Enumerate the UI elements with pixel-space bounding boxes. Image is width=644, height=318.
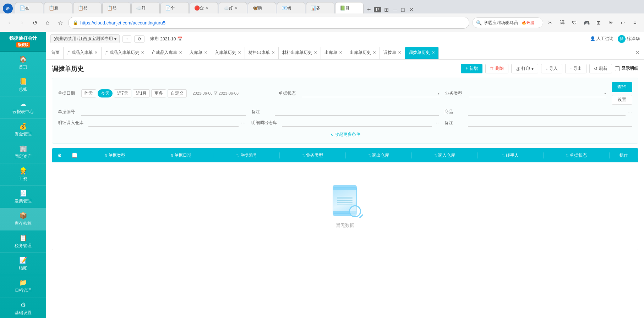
th-doc-type[interactable]: ⇅ 单据类型 xyxy=(82,152,148,158)
th-doc-no[interactable]: ⇅ 单据编号 xyxy=(214,152,280,158)
table-select-all[interactable] xyxy=(67,153,82,158)
close-window-btn[interactable]: ✕ xyxy=(408,6,415,13)
tab-transfer[interactable]: 调拨单 ✕ xyxy=(380,47,405,59)
browser-tab-3[interactable]: 📋 易 xyxy=(73,2,102,13)
browser-tab-5[interactable]: ☁️ 好 xyxy=(131,2,160,13)
scissors-icon[interactable]: ✂ xyxy=(545,18,555,28)
browser-tab-8[interactable]: ☁️ 好 ✕ xyxy=(219,2,247,13)
tab-transfer-history[interactable]: 调拨单历史 ✕ xyxy=(405,47,439,59)
delete-btn[interactable]: 🗑 删除 xyxy=(485,64,508,73)
remark-input[interactable] xyxy=(275,108,439,116)
tab-close-icon[interactable]: ✕ xyxy=(339,50,342,55)
1month-btn[interactable]: 近1月 xyxy=(133,89,150,97)
sidebar-item-closing[interactable]: 📝 结账 xyxy=(0,253,46,275)
sidebar-item-home[interactable]: 🏠 首页 xyxy=(0,52,46,74)
detail-out-picker-icon[interactable]: ··· xyxy=(434,120,439,126)
bookmark-btn[interactable]: ☆ xyxy=(55,18,65,28)
refresh-btn[interactable]: ↺ 刷新 xyxy=(589,64,612,73)
detail-out-input[interactable] xyxy=(282,119,432,127)
th-handler[interactable]: ⇅ 经手人 xyxy=(478,152,544,158)
tab-close-icon[interactable]: ✕ xyxy=(238,50,241,55)
tab-close-icon[interactable]: ✕ xyxy=(204,50,207,55)
sidebar-item-archive[interactable]: 📁 归档管理 xyxy=(0,275,46,297)
home-btn[interactable]: ⌂ xyxy=(43,18,53,28)
tab-production-instock2[interactable]: 产成品入库单 ✕ xyxy=(148,47,186,59)
browser-tab-11[interactable]: 📊 各 xyxy=(306,2,334,13)
sidebar-item-payroll[interactable]: 👷 工资 xyxy=(0,163,46,186)
show-detail-checkbox[interactable] xyxy=(615,66,620,71)
search-bar[interactable]: 🔍 学霸应聘场驱鸟员 🔥热搜 xyxy=(472,17,543,28)
7days-btn[interactable]: 近7天 xyxy=(114,89,131,97)
collapse-filter-btn[interactable]: ∧ 收起更多条件 xyxy=(330,130,360,139)
print-btn[interactable]: 🖨 🖨 打印 打印 ▾ xyxy=(511,64,538,73)
tab-close-icon[interactable]: ✕ xyxy=(314,50,317,55)
import-btn[interactable]: ↓ 导入 xyxy=(541,64,562,73)
tab-close-icon[interactable]: ✕ xyxy=(179,50,182,55)
sidebar-item-inventory[interactable]: 📦 库存核算 xyxy=(0,208,46,230)
browser-tab-9[interactable]: 🦋 腾 xyxy=(248,2,276,13)
theme-icon[interactable]: ☀ xyxy=(606,18,616,28)
sidebar-item-ledger[interactable]: 📒 总账 xyxy=(0,74,46,96)
detail-in-picker-icon[interactable]: ··· xyxy=(241,120,245,126)
history-icon[interactable]: ↩ xyxy=(618,18,628,28)
menu-icon[interactable]: ≡ xyxy=(630,18,640,28)
tab-close-icon[interactable]: ✕ xyxy=(373,50,376,55)
goods-input[interactable] xyxy=(468,108,625,116)
translate-icon[interactable]: 译 xyxy=(557,18,567,28)
tab-instock-history[interactable]: 入库单历史 ✕ xyxy=(211,47,245,59)
tab-production-instock[interactable]: 产成品入库单 ✕ xyxy=(64,47,102,59)
new-tab-btn[interactable]: + xyxy=(366,6,372,13)
maximize-btn[interactable]: □ xyxy=(400,7,406,13)
tab-material-outstock[interactable]: 材料出库单 ✕ xyxy=(245,47,279,59)
tab-material-outstock-history[interactable]: 材料出库单历史 ✕ xyxy=(279,47,321,59)
doc-status-select[interactable]: 草稿 已审核 xyxy=(302,90,438,97)
table-gear-btn[interactable]: ⚙ xyxy=(52,153,67,158)
select-all-checkbox[interactable] xyxy=(72,153,77,158)
sidebar-item-tax[interactable]: 📋 税务管理 xyxy=(0,230,46,253)
shield-icon[interactable]: 🛡 xyxy=(569,18,579,28)
yesterday-btn[interactable]: 昨天 xyxy=(81,89,96,97)
games-icon[interactable]: 🎮 xyxy=(582,18,591,28)
th-biz-type[interactable]: ⇅ 业务类型 xyxy=(280,152,346,158)
tab-instock[interactable]: 入库单 ✕ xyxy=(186,47,211,59)
biz-type-select[interactable] xyxy=(469,90,604,97)
user-avatar[interactable]: 徐 徐泽华 xyxy=(618,35,640,43)
goods-picker-icon[interactable]: ··· xyxy=(628,109,632,115)
sidebar-item-reports[interactable]: ☁ 云报表中心 xyxy=(0,96,46,119)
browser-tab-10[interactable]: 📧 畅 xyxy=(277,2,305,13)
calendar-icon[interactable]: 📅 xyxy=(177,37,182,41)
detail-in-input[interactable] xyxy=(88,119,239,127)
user-service-btn[interactable]: 👤 人工咨询 xyxy=(590,36,613,42)
company-settings-btn[interactable]: ⚙ xyxy=(134,35,144,43)
browser-tab-6[interactable]: 📄 个 xyxy=(160,2,189,13)
tab-outstock[interactable]: 出库单 ✕ xyxy=(321,47,346,59)
tab-bar-close-btn[interactable]: ✕ xyxy=(632,49,643,56)
new-btn[interactable]: + 新增 xyxy=(461,64,482,73)
today-btn[interactable]: 今天 xyxy=(98,89,113,97)
browser-tab-1[interactable]: 📄 在 xyxy=(15,2,43,13)
sidebar-item-invoice[interactable]: 🧾 发票管理 xyxy=(0,186,46,208)
filter-settings-btn[interactable]: 设置 xyxy=(612,95,632,105)
sidebar-item-assets[interactable]: 🏢 固定资产 xyxy=(0,141,46,163)
query-btn[interactable]: 查询 xyxy=(612,82,632,92)
tab-outstock-history[interactable]: 出库单历史 ✕ xyxy=(346,47,380,59)
th-to-warehouse[interactable]: ⇅ 调入仓库 xyxy=(412,152,478,158)
tab-close-icon[interactable]: ✕ xyxy=(432,50,435,55)
refresh-btn[interactable]: ↺ xyxy=(30,18,40,28)
doc-no-input[interactable] xyxy=(81,108,246,116)
remark2-input[interactable] xyxy=(468,119,632,127)
browser-tab-7[interactable]: 🔴 企 ✕ xyxy=(190,2,218,13)
forward-btn[interactable]: › xyxy=(17,18,27,28)
tab-close-icon[interactable]: ✕ xyxy=(398,50,401,55)
th-doc-status[interactable]: ⇅ 单据状态 xyxy=(544,152,610,158)
sidebar-item-settings[interactable]: ⚙ 基础设置 xyxy=(0,297,46,318)
th-from-warehouse[interactable]: ⇅ 调出仓库 xyxy=(346,152,412,158)
browser-tab-2[interactable]: 📋 新 xyxy=(44,2,72,13)
show-detail-toggle[interactable]: 显示明细 xyxy=(615,66,638,72)
more-btn[interactable]: 更多 xyxy=(151,89,166,97)
tab-production-instock-history[interactable]: 产成品入库单历史 ✕ xyxy=(102,47,148,59)
company-selector[interactable]: (勿删勿禁用) 江西服宝测试专用 ▾ xyxy=(50,34,120,43)
sidebar-item-funds[interactable]: 💰 资金管理 xyxy=(0,119,46,141)
back-btn[interactable]: ‹ xyxy=(4,18,14,28)
tab-close-icon[interactable]: ✕ xyxy=(94,50,98,55)
